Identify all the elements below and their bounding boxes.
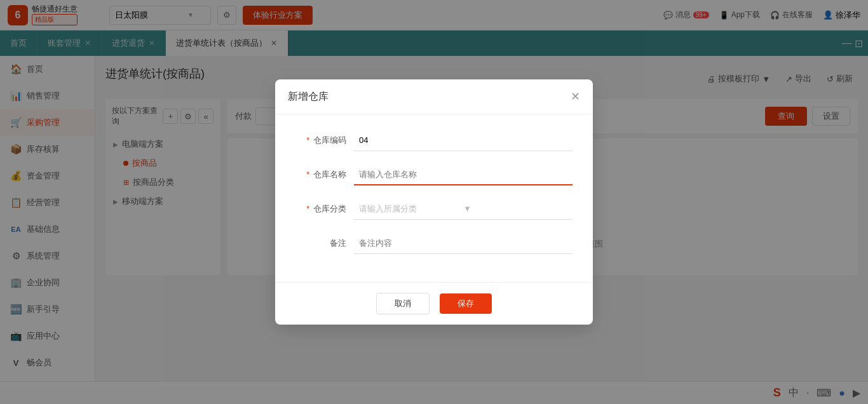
warehouse-code-row: * 仓库编码 [295,130,573,151]
warehouse-note-input[interactable] [354,232,573,254]
warehouse-category-label: * 仓库分类 [295,203,346,215]
modal-overlay: 新增仓库 ✕ * 仓库编码 * 仓库名称 [0,0,868,404]
modal-title: 新增仓库 [288,90,329,104]
warehouse-category-row: * 仓库分类 请输入所属分类 ▼ [295,198,573,220]
warehouse-category-placeholder: 请输入所属分类 [359,203,463,215]
cancel-button[interactable]: 取消 [376,293,430,314]
new-warehouse-modal: 新增仓库 ✕ * 仓库编码 * 仓库名称 [275,79,593,325]
warehouse-category-select[interactable]: 请输入所属分类 ▼ [354,198,573,220]
warehouse-code-label: * 仓库编码 [295,135,346,146]
warehouse-note-row: 备注 [295,232,573,254]
modal-header: 新增仓库 ✕ [275,79,593,114]
warehouse-code-input[interactable] [354,130,573,151]
warehouse-name-input[interactable] [354,164,573,185]
warehouse-name-row: * 仓库名称 [295,164,573,185]
warehouse-note-label: 备注 [295,238,346,249]
category-dropdown-icon: ▼ [463,204,567,213]
required-star-2: * [306,170,309,179]
modal-close-btn[interactable]: ✕ [571,90,580,104]
modal-body: * 仓库编码 * 仓库名称 * 仓库分类 请输入所属 [275,114,593,282]
warehouse-name-label: * 仓库名称 [295,169,346,180]
modal-footer: 取消 保存 [275,282,593,325]
required-star-1: * [306,135,309,145]
required-star-3: * [306,204,309,213]
save-button[interactable]: 保存 [440,293,492,314]
